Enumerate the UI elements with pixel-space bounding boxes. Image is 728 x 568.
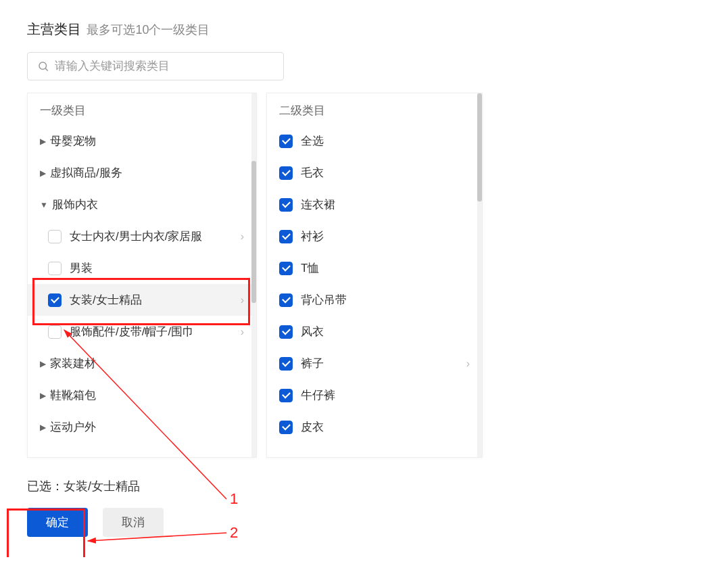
list-item[interactable]: 背心吊带	[267, 284, 482, 316]
checkbox-unchecked[interactable]	[48, 325, 62, 339]
chevron-right-icon: ▶	[40, 359, 46, 369]
item-label: 裤子	[301, 356, 324, 371]
checkbox-checked[interactable]	[48, 293, 62, 307]
category-item[interactable]: ▶ 运动户外	[28, 411, 256, 443]
list-item[interactable]: 连衣裙	[267, 189, 482, 220]
selected-prefix: 已选：	[27, 479, 64, 493]
item-label: T恤	[301, 260, 319, 276]
checkbox-checked[interactable]	[279, 262, 293, 275]
subcategory-item-active[interactable]: 女装/女士精品 ›	[28, 284, 256, 316]
subcategory-label: 女装/女士精品	[70, 292, 142, 308]
chevron-right-icon: ›	[466, 358, 470, 370]
chevron-right-icon: ▶	[40, 137, 46, 146]
button-row: 确定 取消	[27, 508, 696, 537]
svg-point-0	[39, 62, 47, 70]
subcategory-item[interactable]: 服饰配件/皮带/帽子/围巾 ›	[28, 316, 256, 348]
chevron-right-icon: ›	[241, 231, 244, 243]
category-item-expanded[interactable]: ▼ 服饰内衣	[28, 189, 256, 220]
svg-line-1	[45, 68, 47, 70]
search-icon	[37, 60, 49, 72]
scrollbar-thumb[interactable]	[251, 161, 256, 303]
checkbox-unchecked[interactable]	[48, 230, 62, 243]
list-item[interactable]: 裤子›	[267, 348, 482, 379]
category-item[interactable]: ▶ 鞋靴箱包	[28, 379, 256, 411]
scrollbar[interactable]	[477, 93, 482, 457]
checkbox-checked[interactable]	[279, 357, 293, 371]
chevron-right-icon: ›	[241, 326, 244, 338]
secondary-category-header: 二级类目	[267, 93, 482, 125]
category-item[interactable]: ▶ 家装建材	[28, 348, 256, 379]
chevron-right-icon: ▶	[40, 168, 46, 178]
category-label: 运动户外	[50, 419, 96, 435]
cancel-button[interactable]: 取消	[103, 508, 164, 537]
list-item[interactable]: 全选	[267, 125, 482, 157]
category-label: 服饰内衣	[52, 197, 98, 212]
checkbox-checked[interactable]	[279, 325, 293, 339]
category-label: 鞋靴箱包	[50, 387, 96, 403]
secondary-category-panel: 二级类目 全选 毛衣 连衣裙 衬衫 T恤 背心吊带 风衣 裤子› 牛仔裤 皮衣	[266, 93, 483, 458]
chevron-right-icon: ›	[241, 294, 244, 306]
primary-category-panel: 一级类目 ▶ 母婴宠物 ▶ 虚拟商品/服务 ▼ 服饰内衣 女士内衣/男士内衣/家…	[27, 93, 257, 458]
item-label: 皮衣	[301, 419, 324, 435]
chevron-right-icon: ▶	[40, 423, 46, 432]
checkbox-checked[interactable]	[279, 293, 293, 307]
secondary-category-list[interactable]: 全选 毛衣 连衣裙 衬衫 T恤 背心吊带 风衣 裤子› 牛仔裤 皮衣	[267, 125, 482, 457]
category-label: 母婴宠物	[50, 133, 96, 149]
list-item[interactable]: 毛衣	[267, 157, 482, 189]
list-item[interactable]: 衬衫	[267, 220, 482, 252]
annotation-label: 2	[230, 524, 238, 542]
chevron-right-icon: ▶	[40, 391, 46, 400]
subcategory-label: 服饰配件/皮带/帽子/围巾	[70, 324, 194, 339]
checkbox-unchecked[interactable]	[48, 262, 62, 275]
search-input[interactable]	[55, 60, 274, 73]
checkbox-checked[interactable]	[279, 421, 293, 434]
item-label: 连衣裙	[301, 197, 335, 212]
subcategory-label: 女士内衣/男士内衣/家居服	[70, 229, 202, 244]
checkbox-checked[interactable]	[279, 389, 293, 402]
category-panels: 一级类目 ▶ 母婴宠物 ▶ 虚拟商品/服务 ▼ 服饰内衣 女士内衣/男士内衣/家…	[27, 93, 696, 458]
checkbox-checked[interactable]	[279, 230, 293, 243]
page-title: 主营类目	[27, 22, 81, 37]
checkbox-checked[interactable]	[279, 166, 293, 180]
primary-category-list[interactable]: ▶ 母婴宠物 ▶ 虚拟商品/服务 ▼ 服饰内衣 女士内衣/男士内衣/家居服 ›	[28, 125, 256, 457]
list-item[interactable]: 皮衣	[267, 411, 482, 443]
header: 主营类目 最多可选10个一级类目	[27, 20, 696, 39]
subcategory-label: 男装	[70, 260, 93, 276]
checkbox-checked[interactable]	[279, 198, 293, 212]
selected-bar: 已选：女装/女士精品	[27, 478, 696, 494]
list-item[interactable]: 风衣	[267, 316, 482, 348]
item-label: 牛仔裤	[301, 387, 335, 403]
subcategory-item[interactable]: 女士内衣/男士内衣/家居服 ›	[28, 220, 256, 252]
item-label: 风衣	[301, 324, 324, 339]
category-item[interactable]: ▶ 虚拟商品/服务	[28, 157, 256, 189]
category-item[interactable]: ▶ 母婴宠物	[28, 125, 256, 157]
scrollbar-thumb[interactable]	[477, 93, 482, 202]
item-label: 背心吊带	[301, 292, 347, 308]
scrollbar[interactable]	[251, 93, 256, 457]
primary-category-header: 一级类目	[28, 93, 256, 125]
item-label: 毛衣	[301, 165, 324, 181]
checkbox-checked[interactable]	[279, 135, 293, 148]
list-item[interactable]: 牛仔裤	[267, 379, 482, 411]
page-subtitle: 最多可选10个一级类目	[87, 23, 210, 37]
annotation-label: 1	[230, 490, 238, 508]
selected-value: 女装/女士精品	[64, 479, 140, 493]
category-label: 虚拟商品/服务	[50, 165, 122, 181]
category-selector: 主营类目 最多可选10个一级类目 一级类目 ▶ 母婴宠物 ▶ 虚拟商品/服务	[27, 20, 696, 537]
chevron-down-icon: ▼	[40, 200, 48, 210]
confirm-button[interactable]: 确定	[27, 508, 88, 537]
item-label: 衬衫	[301, 229, 324, 244]
category-label: 家装建材	[50, 356, 96, 371]
subcategory-item[interactable]: 男装	[28, 252, 256, 284]
search-box[interactable]	[27, 52, 284, 80]
list-item[interactable]: T恤	[267, 252, 482, 284]
item-label: 全选	[301, 133, 324, 149]
